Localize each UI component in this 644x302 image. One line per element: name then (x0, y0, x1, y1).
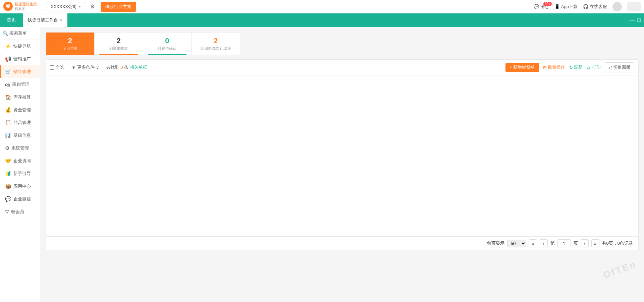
stats-tabs: 2 全部单据 2 到期未收款 0 旺辅待确认 2 到期未收款 已出库 (46, 32, 240, 55)
sidebar-icon-sales: 🛒 (5, 69, 11, 75)
batch-icon: ⊞ (543, 65, 547, 70)
sidebar-icon-member: ▽ (5, 209, 9, 215)
switch-label: 切换新版 (613, 64, 631, 70)
sidebar-label-inventory: 库存核算 (13, 94, 31, 100)
more-conditions-btn[interactable]: ▼ 更多条件 ∨ (68, 63, 103, 72)
settings-icon[interactable]: ⚙ (88, 2, 97, 11)
user-info[interactable] (627, 2, 641, 11)
sidebar-item-app-center[interactable]: 📦应用中心 (0, 180, 40, 193)
sidebar-item-member[interactable]: ▽畅会员 (0, 205, 40, 218)
select-all-checkbox[interactable]: 全选 (50, 64, 64, 70)
prev-page-btn[interactable]: ‹ (540, 239, 548, 247)
sidebar-icon-system: ⚙ (5, 145, 9, 151)
sidebar-item-operations[interactable]: 📋经营管理 (0, 116, 40, 129)
stats-tab-wangpu-confirm[interactable]: 0 旺辅待确认 (143, 33, 192, 55)
switch-icon: ⇄ (608, 65, 612, 70)
logo-icon: 畅 (3, 2, 13, 11)
refresh-btn[interactable]: ↻ 刷新 (569, 64, 583, 70)
refresh-label: 刷新 (574, 64, 583, 70)
sidebar-item-quick-nav[interactable]: ⚡快捷导航 (0, 40, 40, 53)
sidebar-search[interactable]: 🔍 搜索菜单 (0, 27, 40, 40)
filter-icon: ▼ (71, 65, 76, 70)
tab-underline (99, 54, 138, 55)
stats-tab-overdue-unshipped[interactable]: 2 到期未收款 已出库 (192, 33, 240, 55)
search-label: 搜索菜单 (9, 30, 27, 36)
tab-bar: 首页 钱货日清工作台 × — □ (0, 13, 644, 27)
select-all-input[interactable] (50, 65, 54, 70)
batch-ops-btn[interactable]: ⊞ 批量操作 (543, 64, 565, 70)
refresh-icon: ↻ (569, 65, 573, 70)
sidebar-item-system[interactable]: ⚙系统管理 (0, 142, 40, 155)
tab-current[interactable]: 钱货日清工作台 × (23, 13, 67, 27)
sidebar-icon-wechat: 💬 (5, 196, 11, 202)
sidebar-item-enterprise[interactable]: 🤝企业协同 (0, 155, 40, 167)
sidebar-label-marketing: 营销推广 (13, 56, 31, 62)
sidebar-icon-finance: 💰 (5, 107, 11, 113)
sidebar-item-guide[interactable]: 🔰新手引导 (0, 167, 40, 180)
company-selector[interactable]: XXXXXX公司 ▼ (47, 2, 85, 11)
stats-num: 2 (49, 37, 92, 45)
last-page-btn[interactable]: » (591, 239, 599, 247)
stats-num: 2 (194, 37, 237, 45)
avatar[interactable] (612, 2, 622, 11)
page-input[interactable] (557, 239, 571, 247)
stats-num: 0 (146, 37, 189, 45)
main-content: 2 全部单据 2 到期未收款 0 旺辅待确认 2 到期未收款 已出库 全选 ▼ … (40, 27, 644, 302)
maximize-icon[interactable]: □ (637, 17, 641, 23)
sidebar-label-quick-nav: 快捷导航 (13, 43, 31, 49)
app-download-label: App下载 (561, 4, 578, 10)
tab-close-icon[interactable]: × (60, 18, 62, 22)
total-records: 共0页，0条记录 (602, 240, 633, 246)
stats-tab-overdue-unpaid[interactable]: 2 到期未收款 (95, 33, 143, 55)
messages-badge: 99+ (543, 2, 552, 6)
toolbar-left: 全选 ▼ 更多条件 ∨ 共找到 0 条 相关单据 (50, 63, 147, 72)
online-service-label: 在线客服 (590, 4, 607, 10)
sidebar-label-wechat: 企业微信 (13, 196, 31, 202)
found-text: 共找到 0 条 相关单据 (106, 64, 147, 70)
sidebar-item-purchase[interactable]: 🛍采购管理 (0, 78, 40, 91)
stats-num: 2 (97, 37, 140, 45)
toolbar: 全选 ▼ 更多条件 ∨ 共找到 0 条 相关单据 + 新增销货单 ⊞ 批量操作 … (46, 59, 639, 75)
print-label: 打印 (592, 64, 601, 70)
toolbar-right: + 新增销货单 ⊞ 批量操作 ↻ 刷新 🖨 打印 ⇄ 切换新版 (505, 62, 634, 72)
sidebar-item-sales[interactable]: 🛒销售管理 (0, 65, 40, 78)
sidebar-item-marketing[interactable]: 📢营销推广 (0, 53, 40, 65)
tab-home[interactable]: 首页 (0, 13, 23, 27)
sidebar-item-inventory[interactable]: 🏠库存核算 (0, 91, 40, 104)
logo-sub: 标准版 (15, 7, 37, 11)
content-area (46, 75, 639, 236)
search-icon: 🔍 (3, 31, 8, 36)
batch-label: 批量操作 (548, 64, 565, 70)
pagination: 每页显示 2050100 « ‹ 第 页 › » 共0页，0条记录 (46, 236, 639, 250)
trial-btn[interactable]: 体验行业方案 (101, 2, 136, 12)
related-docs-link[interactable]: 相关单据 (130, 65, 147, 70)
sidebar-icon-marketing: 📢 (5, 56, 11, 62)
online-service-btn[interactable]: 🎧 在线客服 (583, 4, 607, 10)
add-sales-order-btn[interactable]: + 新增销货单 (505, 63, 539, 72)
print-btn[interactable]: 🖨 打印 (587, 64, 601, 70)
first-page-btn[interactable]: « (529, 239, 537, 247)
chevron-icon: ∨ (96, 65, 99, 70)
sidebar-item-finance[interactable]: 💰资金管理 (0, 104, 40, 116)
stats-tab-all[interactable]: 2 全部单据 (46, 33, 95, 55)
messages-btn[interactable]: 💬 消息 99+ (534, 4, 549, 10)
sidebar-label-system: 系统管理 (11, 145, 29, 151)
tab-bar-actions: — □ (629, 17, 644, 23)
sidebar-item-wechat[interactable]: 💬企业微信 (0, 193, 40, 205)
found-count: 0 (121, 65, 123, 70)
sidebar-label-finance: 资金管理 (13, 107, 31, 113)
stats-label: 全部单据 (49, 46, 92, 51)
page-suffix: 页 (574, 240, 578, 246)
sidebar-icon-operations: 📋 (5, 120, 11, 126)
per-page-select[interactable]: 2050100 (507, 240, 526, 247)
sidebar-icon-quick-nav: ⚡ (5, 43, 11, 49)
sidebar-item-base-info[interactable]: 📊基础信息 (0, 129, 40, 142)
switch-version-btn[interactable]: ⇄ 切换新版 (605, 62, 634, 72)
sidebar-label-purchase: 采购管理 (12, 81, 30, 87)
minimize-icon[interactable]: — (629, 17, 635, 23)
sidebar-label-member: 畅会员 (11, 209, 24, 215)
chevron-down-icon: ▼ (78, 5, 82, 8)
app-download-btn[interactable]: 📱 App下载 (554, 4, 578, 10)
next-page-btn[interactable]: › (581, 239, 589, 247)
sidebar: 🔍 搜索菜单 ⚡快捷导航📢营销推广🛒销售管理🛍采购管理🏠库存核算💰资金管理📋经营… (0, 27, 40, 302)
